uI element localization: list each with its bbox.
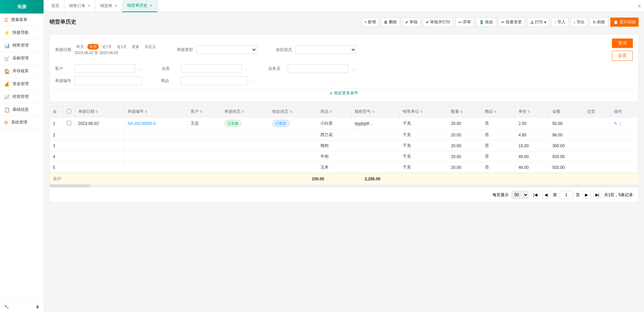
th-gift[interactable]: 赠品 ⇅ — [481, 106, 515, 118]
refresh-icon: ↻ — [593, 20, 596, 25]
sidebar-item-funds-mgmt[interactable]: 💰 资金管理 — [0, 78, 44, 90]
sidebar-item-sys-mgmt[interactable]: ⚙ 系统管理 — [0, 116, 44, 129]
th-date[interactable]: 单据日期 ⇅ — [75, 106, 124, 118]
more-action-button[interactable]: ⋮ — [618, 121, 622, 126]
tab-home[interactable]: 首页 — [47, 0, 64, 12]
add-button[interactable]: + 新增 — [361, 18, 379, 27]
th-amount[interactable]: 金额 — [549, 106, 584, 118]
batch-change-button[interactable]: ✏ 批量变更 — [498, 18, 525, 27]
scrollbar-thumb[interactable] — [50, 184, 90, 187]
date-tag-1month[interactable]: 近1月 — [115, 44, 129, 50]
th-unit-price[interactable]: 单价 ⇅ — [515, 106, 549, 118]
horizontal-scrollbar[interactable] — [50, 184, 638, 187]
approve-print-button[interactable]: ✔ 审核并打印 — [423, 18, 453, 27]
row-checkbox[interactable] — [67, 121, 71, 125]
date-tag-more[interactable]: 更多 — [130, 44, 141, 50]
filter-area: 单据日期 昨天 今天 近7天 近1月 更多 自定义 2023-06-02 至 2… — [49, 34, 639, 102]
doc-number-input[interactable] — [75, 76, 142, 85]
th-collect-status[interactable]: 收款状态 ⇅ — [269, 106, 317, 118]
date-tag-today[interactable]: 今天 — [87, 44, 99, 50]
select-all-checkbox[interactable] — [67, 109, 71, 113]
th-customer[interactable]: 客户 ⇅ — [187, 106, 221, 118]
cell-customer — [187, 140, 221, 151]
show-detail-icon: 📋 — [613, 20, 618, 25]
tab-bar-close-icon[interactable]: ✕ — [637, 3, 641, 9]
sidebar-item-search-menu[interactable]: ☰ 搜索菜单 — [0, 14, 44, 26]
warehouse-dots[interactable]: … — [245, 66, 249, 71]
first-page-button[interactable]: |◀ — [531, 191, 539, 199]
cell-unit-price: 46.00 — [515, 151, 549, 162]
set-button[interactable]: 设置 — [612, 51, 633, 61]
page-label: 第 — [553, 192, 557, 198]
sort-qty-icon: ⇅ — [460, 110, 463, 113]
sidebar-settings-icon[interactable]: 🔧 — [4, 305, 9, 309]
show-detail-button[interactable]: 📋 显示明细 — [610, 18, 639, 27]
date-tag-custom[interactable]: 自定义 — [143, 44, 158, 50]
cell-spec — [351, 130, 399, 140]
goods-dots[interactable]: … — [251, 78, 255, 83]
cell-number — [124, 151, 187, 162]
date-tag-7days[interactable]: 近7天 — [100, 44, 114, 50]
customer-dots[interactable]: … — [139, 66, 143, 71]
prev-page-button[interactable]: ◀ — [542, 191, 550, 199]
page-number-input[interactable]: 1 — [560, 191, 573, 199]
operations-icon: 📈 — [4, 94, 10, 100]
approve-button[interactable]: ✔ 审核 — [402, 18, 421, 27]
sidebar-item-basic-info[interactable]: 📋 基础信息 — [0, 103, 44, 116]
cell-action: ✎ ⋮ — [610, 118, 638, 130]
refresh-button[interactable]: ↻ 刷新 — [590, 18, 608, 27]
th-qty[interactable]: 数量 ⇅ — [447, 106, 481, 118]
th-number[interactable]: 单据编号 ⇅ — [124, 106, 187, 118]
th-goods[interactable]: 商品 ⇅ — [317, 106, 351, 118]
import-button[interactable]: ↑ 导入 — [551, 18, 568, 27]
page-size-select[interactable]: 50 100 200 — [511, 191, 529, 199]
tab-sales-order-close[interactable]: ✕ — [87, 4, 90, 8]
collapse-button[interactable]: ∧ 收起更多条件 — [55, 88, 633, 97]
sidebar-toggle-icon[interactable]: ⏸ — [35, 305, 39, 309]
warehouse-input[interactable] — [181, 64, 242, 73]
goods-input[interactable] — [180, 76, 248, 85]
last-page-button[interactable]: ▶| — [593, 191, 601, 199]
th-unit[interactable]: 销售单位 ⇅ — [399, 106, 448, 118]
tab-sales-goods-close[interactable]: ✕ — [114, 4, 117, 8]
sidebar-item-sales-mgmt[interactable]: 📊 销售管理 — [0, 39, 44, 52]
salesperson-dots[interactable]: … — [352, 66, 356, 71]
tab-sales-goods[interactable]: 销货单 ✕ — [95, 0, 122, 12]
cell-doc-status — [221, 151, 269, 162]
cell-transaction — [583, 162, 610, 173]
cell-collect-status — [269, 151, 317, 162]
tab-sales-history[interactable]: 销货单历史 ✕ — [122, 0, 158, 12]
sidebar-item-quick-nav[interactable]: ⚡ 快捷导航 — [0, 26, 44, 39]
sidebar-item-operations[interactable]: 📈 经营管理 — [0, 90, 44, 103]
salesperson-input[interactable] — [288, 64, 348, 73]
next-page-button[interactable]: ▶ — [583, 191, 591, 199]
query-button[interactable]: 查询 — [612, 38, 633, 48]
cell-goods: 小白菜 — [317, 118, 351, 130]
cell-transaction — [583, 118, 610, 130]
doc-type-select[interactable] — [196, 45, 257, 54]
th-spec[interactable]: 规格型号 ⇅ — [351, 106, 399, 118]
collect-button[interactable]: 💲 收款 — [476, 18, 496, 27]
th-transaction: 交货 — [583, 106, 610, 118]
cell-gift: 否 — [481, 140, 515, 151]
th-gear[interactable]: ⚙ — [50, 106, 63, 118]
print-button[interactable]: 🖨 打印 ▾ — [527, 18, 549, 27]
doc-number-link[interactable]: SA-20230602-0 — [128, 121, 156, 126]
collect-status-select[interactable] — [296, 45, 356, 54]
tab-sales-history-close[interactable]: ✕ — [149, 3, 152, 8]
filter-row-2: 客户 … 仓库 … 业务员 … — [55, 64, 633, 73]
row-num: 2 — [50, 130, 63, 140]
sidebar-item-inventory[interactable]: 🏠 库存核算 — [0, 65, 44, 78]
sidebar-item-label: 销售管理 — [12, 43, 29, 48]
cell-unit-price: 2.50 — [515, 118, 549, 130]
import-icon: ↑ — [554, 20, 556, 25]
delete-button[interactable]: 🗑 删除 — [381, 18, 400, 27]
edit-action-button[interactable]: ✎ — [614, 121, 618, 126]
discard-button[interactable]: ↩ 弃审 — [455, 18, 474, 27]
customer-input[interactable] — [75, 64, 135, 73]
tab-sales-order[interactable]: 销售订单 ✕ — [64, 0, 95, 12]
date-tag-yesterday[interactable]: 昨天 — [75, 44, 86, 50]
export-button[interactable]: ↓ 导出 — [570, 18, 588, 27]
sidebar-item-purchase-mgmt[interactable]: 🛒 采购管理 — [0, 52, 44, 65]
th-doc-status[interactable]: 单据状态 ⇅ — [221, 106, 269, 118]
